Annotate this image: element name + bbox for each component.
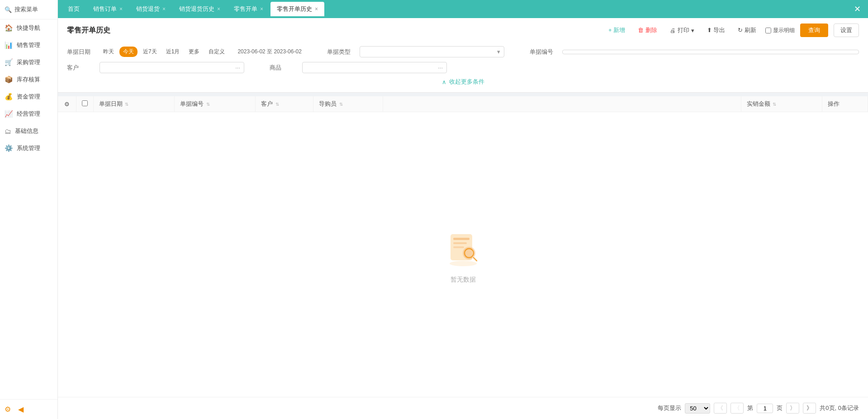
tab-retail-open-history-label: 零售开单历史 <box>277 5 312 13</box>
tab-retail-open-close[interactable]: × <box>260 6 263 12</box>
col-middle-space <box>383 96 741 112</box>
empty-icon <box>441 225 486 270</box>
tab-retail-open-history-close[interactable]: × <box>315 6 318 12</box>
col-guide: 导购员 ⇅ <box>313 96 383 112</box>
toolbar: + 新增 🗑 删除 🖨 打印 ▾ ⬆ 导出 ↻ 刷新 显示明细 查询 设置 <box>605 24 859 37</box>
page-title: 零售开单历史 <box>67 26 110 35</box>
refresh-button[interactable]: ↻ 刷新 <box>734 24 760 36</box>
chart-icon: 📊 <box>5 41 13 49</box>
sidebar-item-inventory[interactable]: 📦 库存核算 <box>0 71 57 88</box>
search-icon: 🔍 <box>5 6 12 13</box>
box-icon: 📦 <box>5 75 13 84</box>
sidebar-item-purchase-mgmt[interactable]: 🛒 采购管理 <box>0 54 57 71</box>
table-header-row: ⚙ 单据日期 ⇅ 单据编号 ⇅ <box>58 96 868 112</box>
per-page-select[interactable]: 50 20 100 200 <box>685 403 710 414</box>
page-header: 零售开单历史 + 新增 🗑 删除 🖨 打印 ▾ ⬆ 导出 ↻ 刷新 显示明细 <box>58 18 868 93</box>
delete-button[interactable]: 🗑 删除 <box>634 24 661 36</box>
tab-retail-open[interactable]: 零售开单 × <box>228 2 270 16</box>
add-button[interactable]: + 新增 <box>605 24 629 36</box>
sidebar: 🔍 搜索菜单 🏠 快捷导航 📊 销售管理 🛒 采购管理 📦 库存核算 💰 资金管… <box>0 0 58 419</box>
tab-sales-return-history[interactable]: 销货退货历史 × <box>173 2 227 16</box>
svg-rect-2 <box>453 238 470 240</box>
col-date-sort-icon[interactable]: ⇅ <box>125 102 128 107</box>
pagination: 每页显示 50 20 100 200 《 〈 第 页 〉 》 共0页, 0条记录 <box>58 397 868 419</box>
custom-btn[interactable]: 自定义 <box>205 47 228 57</box>
col-guide-sort-icon[interactable]: ⇅ <box>339 102 343 107</box>
sidebar-item-quick-nav[interactable]: 🏠 快捷导航 <box>0 19 57 37</box>
col-customer-sort-icon[interactable]: ⇅ <box>275 102 279 107</box>
col-customer-label: 客户 <box>261 100 273 107</box>
sidebar-item-operation[interactable]: 📈 经营管理 <box>0 105 57 122</box>
col-amount: 实销金额 ⇅ <box>741 96 822 112</box>
last7days-btn[interactable]: 近7天 <box>139 47 161 57</box>
goods-input-field[interactable] <box>306 64 438 71</box>
tab-home-label: 首页 <box>68 5 80 13</box>
export-button[interactable]: ⬆ 导出 <box>703 24 729 36</box>
tab-bar: 首页 销售订单 × 销货退货 × 销货退货历史 × 零售开单 × 零售开单历史 … <box>58 0 868 18</box>
sidebar-item-label: 资金管理 <box>17 93 40 101</box>
sidebar-search[interactable]: 🔍 搜索菜单 <box>0 0 57 19</box>
tab-retail-open-history[interactable]: 零售开单历史 × <box>270 2 324 16</box>
sidebar-item-sales-mgmt[interactable]: 📊 销售管理 <box>0 37 57 54</box>
last-page-btn[interactable]: 》 <box>803 403 816 414</box>
goods-ellipsis-icon[interactable]: ··· <box>438 64 443 71</box>
sidebar-item-finance[interactable]: 💰 资金管理 <box>0 88 57 105</box>
window-close-icon[interactable]: ✕ <box>850 4 864 14</box>
table-settings-icon[interactable]: ⚙ <box>64 101 70 108</box>
filter-area: 单据日期 昨天 今天 近7天 近1月 更多 自定义 2023-06-02 至 2… <box>67 42 859 92</box>
sidebar-item-label: 销售管理 <box>17 41 40 49</box>
page-label: 第 <box>747 404 753 412</box>
sidebar-bottom: ⚙ ◀ <box>0 399 57 419</box>
last1month-btn[interactable]: 近1月 <box>162 47 184 57</box>
show-detail-checkbox-label[interactable]: 显示明细 <box>765 27 795 34</box>
col-no: 单据编号 ⇅ <box>174 96 255 112</box>
col-action-label: 操作 <box>828 100 840 107</box>
filter-row-1: 单据日期 昨天 今天 近7天 近1月 更多 自定义 2023-06-02 至 2… <box>67 46 859 57</box>
tab-sales-return-history-close[interactable]: × <box>217 6 220 12</box>
sidebar-settings-icon[interactable]: ⚙ <box>5 405 11 414</box>
tab-sales-return[interactable]: 销货退货 × <box>130 2 172 16</box>
today-btn[interactable]: 今天 <box>119 47 138 57</box>
sidebar-collapse-icon[interactable]: ◀ <box>18 405 24 414</box>
more-btn[interactable]: 更多 <box>185 47 203 57</box>
next-page-btn[interactable]: 〉 <box>786 403 799 414</box>
col-customer: 客户 ⇅ <box>256 96 313 112</box>
tab-sales-order-close[interactable]: × <box>119 6 123 12</box>
sidebar-item-label: 系统管理 <box>17 144 40 152</box>
select-all-checkbox[interactable] <box>82 100 88 106</box>
tab-bar-right: ✕ <box>850 4 864 14</box>
print-button[interactable]: 🖨 打印 ▾ <box>666 24 698 36</box>
prev-page-btn[interactable]: 〈 <box>730 403 744 414</box>
main-content: 首页 销售订单 × 销货退货 × 销货退货历史 × 零售开单 × 零售开单历史 … <box>58 0 868 419</box>
goods-input[interactable]: ··· <box>302 62 447 73</box>
yesterday-btn[interactable]: 昨天 <box>100 47 118 57</box>
print-icon: 🖨 <box>670 27 676 34</box>
doc-type-select[interactable]: ▾ <box>360 46 504 57</box>
query-button[interactable]: 查询 <box>800 24 828 37</box>
customer-input-field[interactable] <box>104 64 235 71</box>
tab-sales-order[interactable]: 销售订单 × <box>87 2 129 16</box>
print-chevron-icon: ▾ <box>691 27 694 34</box>
operation-icon: 📈 <box>5 110 13 118</box>
sidebar-search-label: 搜索菜单 <box>14 5 38 14</box>
page-title-row: 零售开单历史 + 新增 🗑 删除 🖨 打印 ▾ ⬆ 导出 ↻ 刷新 显示明细 <box>67 24 859 37</box>
tab-home[interactable]: 首页 <box>62 2 86 16</box>
tab-sales-return-close[interactable]: × <box>162 6 166 12</box>
col-settings: ⚙ <box>58 96 76 112</box>
filter-collapse-btn[interactable]: ∧ 收起更多条件 <box>67 78 859 86</box>
customer-ellipsis-icon[interactable]: ··· <box>235 64 240 71</box>
col-no-sort-icon[interactable]: ⇅ <box>206 102 210 107</box>
show-detail-checkbox[interactable] <box>765 28 771 33</box>
tab-retail-open-label: 零售开单 <box>234 5 257 13</box>
sidebar-item-basic-info[interactable]: 🗂 基础信息 <box>0 122 57 140</box>
sidebar-item-sys-mgmt[interactable]: ⚙️ 系统管理 <box>0 140 57 157</box>
customer-input[interactable]: ··· <box>100 62 244 73</box>
page-input[interactable] <box>757 404 773 413</box>
settings-button[interactable]: 设置 <box>834 24 859 37</box>
col-amount-sort-icon[interactable]: ⇅ <box>773 102 776 107</box>
doc-no-input[interactable] <box>562 50 859 54</box>
first-page-btn[interactable]: 《 <box>714 403 727 414</box>
customer-label: 客户 <box>67 64 92 72</box>
svg-rect-4 <box>453 246 464 248</box>
sidebar-item-label: 快捷导航 <box>17 24 40 32</box>
